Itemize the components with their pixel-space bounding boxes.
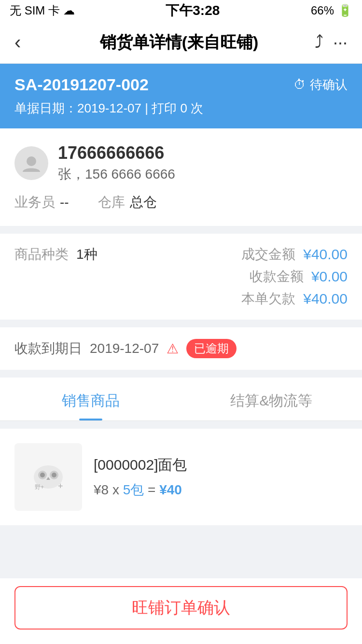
due-date-value: 2019-12-07 (90, 341, 159, 356)
svg-point-0 (27, 156, 36, 166)
avatar (14, 146, 48, 180)
svg-point-5 (52, 473, 56, 477)
owed-amount-row: 本单欠款 ¥40.00 (241, 290, 348, 308)
product-item: + 野+ [0000002]面包 ¥8 x 5包 = ¥40 (0, 429, 362, 525)
product-total: ¥40 (159, 482, 182, 497)
customer-section: 17666666666 张，156 6666 6666 业务员 -- 仓库 总仓 (0, 128, 362, 226)
deal-amount-value: ¥40.00 (303, 246, 348, 263)
salesperson-label: 业务员 (14, 193, 55, 211)
tab-sales-goods[interactable]: 销售商品 (0, 378, 181, 420)
nav-bar: ‹ 销货单详情(来自旺铺) ⤴ ··· (0, 21, 362, 64)
order-header: SA-20191207-002 ⏱ 待确认 单据日期：2019-12-07 | … (0, 64, 362, 128)
status-right: 66% 🔋 (311, 4, 352, 17)
goods-type-value: 1种 (76, 245, 97, 264)
price-text: ¥8 x (94, 482, 119, 497)
tab-settlement[interactable]: 结算&物流等 (181, 378, 362, 420)
product-qty: 5包 (123, 482, 144, 497)
order-date: 单据日期：2019-12-07 | 打印 0 次 (14, 100, 348, 117)
more-icon[interactable]: ··· (333, 32, 348, 53)
received-label: 收款金额 (250, 267, 304, 286)
share-icon[interactable]: ⤴ (315, 32, 323, 53)
back-button[interactable]: ‹ (14, 31, 43, 53)
salesperson-value: -- (60, 195, 69, 210)
battery-icon: 🔋 (338, 4, 352, 17)
status-label: 待确认 (310, 76, 348, 93)
customer-meta: 业务员 -- 仓库 总仓 (14, 193, 348, 211)
page-title: 销货单详情(来自旺铺) (100, 31, 259, 54)
status-bar: 无 SIM 卡 ☁ 下午3:28 66% 🔋 (0, 0, 362, 21)
order-id: SA-20191207-002 (14, 75, 149, 94)
order-status: ⏱ 待确认 (293, 76, 348, 93)
bottom-button-area: 旺铺订单确认 (0, 578, 362, 644)
svg-point-4 (40, 473, 45, 477)
sim-signal: 无 SIM 卡 ☁ (10, 3, 75, 18)
nav-actions: ⤴ ··· (315, 32, 348, 53)
customer-phone: 17666666666 (58, 143, 175, 163)
owed-value: ¥40.00 (303, 291, 348, 307)
battery-level: 66% (311, 4, 334, 17)
goods-type-label: 商品种类 (14, 245, 69, 264)
due-section: 收款到期日 2019-12-07 ⚠ 已逾期 (0, 327, 362, 370)
warning-icon: ⚠ (167, 341, 179, 357)
warehouse-value: 总仓 (130, 193, 157, 211)
received-value: ¥0.00 (311, 268, 348, 285)
customer-name: 张，156 6666 6666 (58, 165, 175, 183)
overdue-badge: 已逾期 (186, 339, 237, 358)
owed-label: 本单欠款 (241, 290, 295, 308)
product-image: + 野+ (14, 443, 82, 511)
product-name: [0000002]面包 (94, 455, 348, 475)
product-info: [0000002]面包 ¥8 x 5包 = ¥40 (94, 455, 348, 499)
svg-text:+: + (58, 481, 63, 491)
received-amount-row: 收款金额 ¥0.00 (250, 267, 348, 286)
due-date-label: 收款到期日 (14, 339, 82, 358)
deal-amount-label: 成交金额 (241, 245, 295, 264)
svg-text:野+: 野+ (35, 484, 44, 490)
confirm-order-button[interactable]: 旺铺订单确认 (14, 586, 348, 630)
clock-icon: ⏱ (293, 77, 306, 92)
product-price: ¥8 x 5包 = ¥40 (94, 481, 348, 499)
amount-section: 商品种类 1种 成交金额 ¥40.00 收款金额 ¥0.00 本单欠款 ¥40.… (0, 234, 362, 320)
tabs: 销售商品 结算&物流等 (0, 378, 362, 421)
equals-sign: = (148, 482, 155, 497)
deal-amount-row: 成交金额 ¥40.00 (241, 245, 348, 264)
status-time: 下午3:28 (166, 1, 220, 20)
warehouse-label: 仓库 (98, 193, 125, 211)
status-left: 无 SIM 卡 ☁ (10, 3, 75, 18)
